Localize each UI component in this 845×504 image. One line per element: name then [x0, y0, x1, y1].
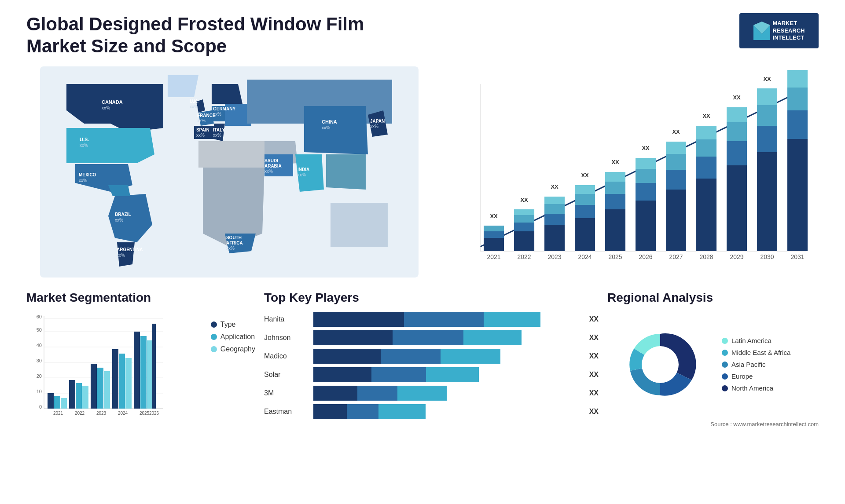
svg-rect-32 — [605, 182, 625, 194]
bar-2030: XX 2030 — [757, 76, 777, 260]
svg-text:2031: 2031 — [790, 253, 804, 260]
madico-value: XX — [589, 352, 599, 360]
svg-text:XX: XX — [672, 128, 680, 135]
svg-rect-42 — [666, 190, 686, 251]
svg-rect-48 — [696, 179, 716, 251]
bar-2027: XX 2027 — [666, 128, 686, 260]
world-map-svg: CANADA xx% U.S. xx% MEXICO xx% BRAZIL xx… — [26, 66, 432, 278]
svg-rect-57 — [727, 107, 747, 122]
top-section: CANADA xx% U.S. xx% MEXICO xx% BRAZIL xx… — [26, 66, 819, 278]
bar-2023: XX 2023 — [544, 183, 565, 260]
johnson-bar-container — [313, 330, 580, 345]
svg-text:2021: 2021 — [53, 411, 63, 416]
svg-rect-61 — [757, 126, 777, 152]
legend-application: Application — [211, 333, 255, 341]
johnson-seg2 — [393, 330, 463, 345]
bar-2025: XX 2025 — [605, 159, 625, 260]
segmentation-area: Market Segmentation 0 10 20 30 40 5 — [26, 291, 255, 428]
bar-chart-svg: XX 2021 XX 2022 XX — [450, 66, 819, 278]
latam-label: Latin America — [731, 337, 772, 344]
ap-label: Asia Pacific — [731, 361, 766, 368]
svg-rect-103 — [134, 332, 140, 409]
svg-rect-43 — [666, 170, 686, 190]
hanita-bar — [313, 312, 540, 327]
regional-title: Regional Analysis — [607, 291, 819, 305]
donut-chart-svg — [607, 312, 713, 417]
france-value: xx% — [197, 118, 206, 123]
svg-rect-55 — [727, 141, 747, 165]
legend-asia-pacific: Asia Pacific — [722, 361, 790, 368]
main-container: Global Designed Frosted Window Film Mark… — [0, 0, 845, 504]
legend-geography: Geography — [211, 345, 255, 353]
svg-rect-21 — [544, 197, 565, 204]
svg-rect-101 — [125, 358, 132, 409]
eu-dot — [722, 373, 728, 380]
svg-rect-19 — [544, 214, 565, 225]
svg-rect-49 — [696, 157, 716, 179]
svg-rect-8 — [484, 231, 504, 238]
scandinavia-path — [212, 84, 242, 104]
madico-seg2 — [381, 349, 441, 364]
svg-rect-93 — [82, 386, 88, 409]
johnson-seg3 — [463, 330, 522, 345]
svg-text:2026: 2026 — [639, 253, 652, 260]
svg-rect-15 — [514, 209, 534, 215]
svg-rect-95 — [91, 364, 97, 409]
svg-text:XX: XX — [733, 94, 741, 101]
brazil-label: BRAZIL — [115, 212, 131, 217]
spain-value: xx% — [196, 133, 205, 138]
svg-text:2022: 2022 — [75, 411, 85, 416]
china-value: xx% — [322, 125, 330, 130]
svg-text:XX: XX — [642, 145, 650, 151]
svg-rect-44 — [666, 154, 686, 170]
uk-label: U.K. — [190, 99, 198, 104]
china-label: CHINA — [322, 119, 337, 124]
svg-text:2029: 2029 — [730, 253, 743, 260]
3m-bar-container — [313, 386, 580, 401]
australia-path — [331, 203, 388, 247]
bar-2022: XX 2022 — [514, 197, 534, 260]
player-solar: Solar XX — [264, 367, 599, 382]
na-label: North America — [731, 384, 773, 392]
svg-rect-37 — [636, 183, 656, 201]
japan-value: xx% — [370, 124, 378, 129]
player-madico: Madico XX — [264, 349, 599, 364]
solar-seg3 — [426, 367, 479, 382]
svg-rect-18 — [544, 225, 565, 251]
svg-rect-63 — [757, 88, 777, 105]
uk-value: xx% — [190, 104, 198, 109]
eastman-value: XX — [589, 408, 599, 416]
mea-label: Middle East & Africa — [731, 349, 790, 356]
solar-name: Solar — [264, 371, 308, 379]
regional-area: Regional Analysis — [607, 291, 819, 428]
hanita-name: Hanita — [264, 315, 308, 323]
logo-area: MARKET RESEARCH INTELLECT — [739, 13, 819, 48]
eastman-name: Eastman — [264, 408, 308, 416]
mea-dot — [722, 350, 728, 356]
solar-bar — [313, 367, 479, 382]
hanita-bar-container — [313, 312, 580, 327]
svg-text:0: 0 — [39, 404, 42, 409]
svg-rect-7 — [484, 238, 504, 251]
sea-path — [326, 154, 366, 190]
svg-text:XX: XX — [611, 159, 619, 165]
svg-rect-68 — [787, 88, 808, 110]
us-label: U.S. — [80, 137, 89, 142]
china-path — [304, 106, 368, 154]
svg-text:50: 50 — [37, 327, 42, 332]
southafrica-label: SOUTH — [226, 235, 242, 240]
segmentation-title: Market Segmentation — [26, 291, 255, 305]
svg-rect-100 — [119, 354, 125, 409]
japan-label: JAPAN — [370, 119, 385, 124]
johnson-seg1 — [313, 330, 393, 345]
svg-rect-14 — [514, 215, 534, 223]
solar-seg2 — [371, 367, 426, 382]
svg-rect-60 — [757, 152, 777, 251]
madico-name: Madico — [264, 352, 308, 360]
legend-mea: Middle East & Africa — [722, 349, 790, 356]
svg-text:2028: 2028 — [699, 253, 713, 260]
3m-seg1 — [313, 386, 357, 401]
svg-text:2025: 2025 — [140, 411, 150, 416]
donut-and-legend: Latin America Middle East & Africa Asia … — [607, 312, 819, 417]
eastman-seg1 — [313, 404, 347, 419]
